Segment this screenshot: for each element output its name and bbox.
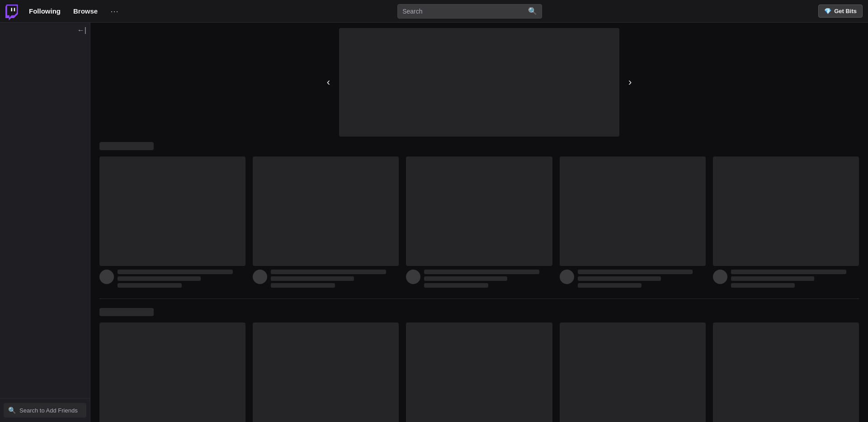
card-2-info bbox=[253, 270, 399, 288]
card-1-subtitle-skeleton bbox=[118, 276, 201, 281]
search-friends-icon: 🔍 bbox=[8, 407, 16, 414]
card-4-title-skeleton bbox=[578, 270, 693, 274]
card-3-title-skeleton bbox=[424, 270, 539, 274]
section-2-cards-row bbox=[99, 322, 859, 422]
card-10[interactable] bbox=[713, 322, 859, 422]
card-2-title-skeleton bbox=[271, 270, 386, 274]
search-friends-button[interactable]: 🔍 Search to Add Friends bbox=[4, 403, 86, 417]
card-2-subtitle-skeleton bbox=[271, 276, 354, 281]
card-3-text bbox=[424, 270, 552, 288]
top-navigation: Following Browse ⋯ 🔍 💎 Get Bits bbox=[0, 0, 868, 23]
section-2 bbox=[99, 308, 859, 422]
section-2-header-skeleton bbox=[99, 308, 154, 316]
card-5-text bbox=[731, 270, 859, 288]
search-bar-wrapper: 🔍 bbox=[128, 4, 811, 19]
card-10-thumbnail bbox=[713, 322, 859, 422]
card-5-info bbox=[713, 270, 859, 288]
card-1-avatar bbox=[99, 270, 114, 284]
card-6[interactable] bbox=[99, 322, 245, 422]
get-bits-button[interactable]: 💎 Get Bits bbox=[818, 5, 863, 18]
card-6-thumbnail bbox=[99, 322, 245, 422]
card-3[interactable] bbox=[406, 156, 552, 288]
search-icon: 🔍 bbox=[528, 7, 537, 15]
card-1[interactable] bbox=[99, 156, 245, 288]
card-4-meta-skeleton bbox=[578, 283, 642, 288]
sidebar-collapse-button[interactable]: ←| bbox=[77, 26, 86, 34]
section-1 bbox=[99, 142, 859, 288]
hero-video-player[interactable] bbox=[339, 28, 619, 137]
hero-prev-button[interactable]: ‹ bbox=[318, 76, 339, 88]
content-area bbox=[90, 142, 868, 422]
card-8[interactable] bbox=[406, 322, 552, 422]
more-nav-button[interactable]: ⋯ bbox=[108, 5, 121, 18]
card-2[interactable] bbox=[253, 156, 399, 288]
card-3-thumbnail bbox=[406, 156, 552, 266]
card-2-avatar bbox=[253, 270, 267, 284]
card-5-meta-skeleton bbox=[731, 283, 795, 288]
card-1-thumbnail bbox=[99, 156, 245, 266]
browse-nav-link[interactable]: Browse bbox=[71, 5, 100, 17]
sidebar-bottom-section: 🔍 Search to Add Friends bbox=[0, 398, 90, 422]
card-3-info bbox=[406, 270, 552, 288]
card-5-subtitle-skeleton bbox=[731, 276, 814, 281]
card-4-info bbox=[560, 270, 706, 288]
section-1-header-skeleton bbox=[99, 142, 154, 150]
card-5-title-skeleton bbox=[731, 270, 846, 274]
topnav-right-section: 💎 Get Bits bbox=[818, 5, 863, 18]
hero-next-button[interactable]: › bbox=[619, 76, 641, 88]
card-5-avatar bbox=[713, 270, 727, 284]
card-3-subtitle-skeleton bbox=[424, 276, 507, 281]
card-4-text bbox=[578, 270, 706, 288]
get-bits-label: Get Bits bbox=[834, 8, 857, 14]
section-divider bbox=[99, 299, 859, 299]
card-9-thumbnail bbox=[560, 322, 706, 422]
card-2-meta-skeleton bbox=[271, 283, 335, 288]
left-sidebar: ←| 🔍 Search to Add Friends bbox=[0, 23, 90, 422]
card-1-text bbox=[118, 270, 245, 288]
card-2-text bbox=[271, 270, 399, 288]
card-1-info bbox=[99, 270, 245, 288]
card-4-thumbnail bbox=[560, 156, 706, 266]
search-input[interactable] bbox=[402, 8, 524, 15]
bits-gem-icon: 💎 bbox=[824, 8, 831, 14]
card-7[interactable] bbox=[253, 322, 399, 422]
following-nav-link[interactable]: Following bbox=[26, 5, 63, 17]
main-layout: ←| 🔍 Search to Add Friends ‹ › bbox=[0, 23, 868, 422]
card-5-thumbnail bbox=[713, 156, 859, 266]
card-4[interactable] bbox=[560, 156, 706, 288]
card-1-title-skeleton bbox=[118, 270, 233, 274]
section-1-cards-row bbox=[99, 156, 859, 288]
card-3-meta-skeleton bbox=[424, 283, 488, 288]
card-2-thumbnail bbox=[253, 156, 399, 266]
twitch-logo[interactable] bbox=[5, 5, 19, 18]
card-4-subtitle-skeleton bbox=[578, 276, 661, 281]
card-1-meta-skeleton bbox=[118, 283, 182, 288]
hero-section: ‹ › bbox=[90, 23, 868, 142]
card-5[interactable] bbox=[713, 156, 859, 288]
card-3-avatar bbox=[406, 270, 420, 284]
card-4-avatar bbox=[560, 270, 574, 284]
main-content: ‹ › bbox=[90, 23, 868, 422]
search-friends-label: Search to Add Friends bbox=[19, 407, 78, 414]
card-7-thumbnail bbox=[253, 322, 399, 422]
card-9[interactable] bbox=[560, 322, 706, 422]
card-8-thumbnail bbox=[406, 322, 552, 422]
search-bar[interactable]: 🔍 bbox=[397, 4, 542, 19]
